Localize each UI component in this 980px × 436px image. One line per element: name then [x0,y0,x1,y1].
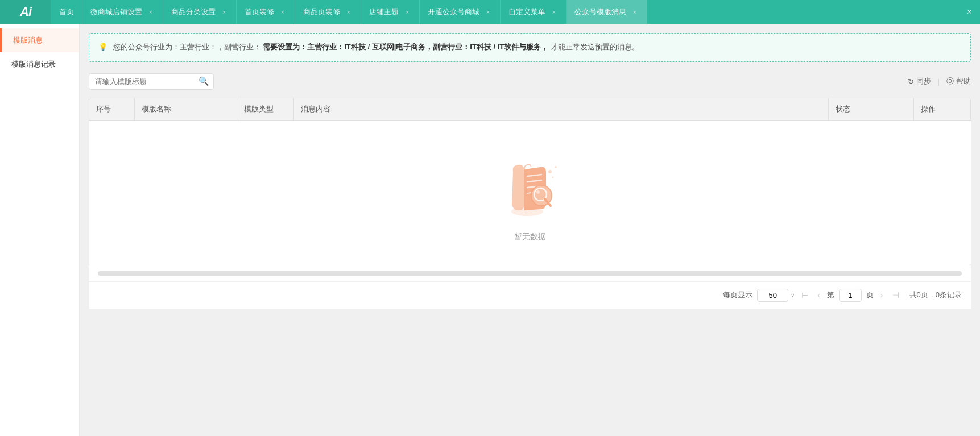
notice-highlight: 需要设置为：主营行业：IT科技 / 互联网|电子商务，副营行业：IT科技 / I… [263,43,548,51]
page-label: 第 [827,290,834,300]
data-table: 序号 模版名称 模版类型 消息内容 状态 操作 [89,98,971,265]
th-content: 消息内容 [294,98,829,120]
first-page-button[interactable]: ⊢ [799,289,811,301]
nav-tab-label: 商品分类设置 [171,7,216,17]
nav-tab-open-wechat-store[interactable]: 开通公众号商城× [420,0,501,24]
th-name: 模版名称 [135,98,237,120]
th-status: 状态 [829,98,914,120]
close-all-button[interactable]: × [959,0,980,24]
nav-tab-template-msg[interactable]: 公众号模版消息× [567,0,647,24]
nav-tab-label: 微商城店铺设置 [90,7,142,17]
search-input[interactable] [89,73,214,90]
nav-tabs: 首页微商城店铺设置×商品分类设置×首页装修×商品页装修×店铺主题×开通公众号商城… [51,0,959,24]
page-unit: 页 [866,290,874,300]
search-bar: 🔍 ↻ 同步 | ⓪ 帮助 [89,73,971,90]
nav-tab-product-page-decor[interactable]: 商品页装修× [295,0,361,24]
th-action: 操作 [914,98,971,120]
tab-close-button[interactable]: × [147,8,155,16]
search-input-wrap: 🔍 [89,73,214,90]
top-nav: Ai 首页微商城店铺设置×商品分类设置×首页装修×商品页装修×店铺主题×开通公众… [0,0,980,24]
search-icon: 🔍 [199,76,209,86]
tab-close-button[interactable]: × [345,8,353,16]
notice-box: 💡 您的公众号行业为：主营行业：，副营行业： 需要设置为：主营行业：IT科技 /… [89,33,971,62]
nav-tab-shop-settings[interactable]: 微商城店铺设置× [82,0,163,24]
nav-tab-label: 自定义菜单 [508,7,545,17]
help-icon: ⓪ [946,76,954,86]
refresh-icon: ↻ [908,77,914,86]
page-size-label: 每页显示 [723,290,752,300]
app-logo: Ai [0,0,51,24]
sidebar: 模版消息模版消息记录 [0,24,80,436]
prev-page-button[interactable]: ‹ [815,289,822,301]
sidebar-item-template-msg[interactable]: 模版消息 [0,28,79,52]
table-header-row: 序号 模版名称 模版类型 消息内容 状态 操作 [89,98,971,120]
nav-tab-label: 店铺主题 [369,7,399,17]
main-layout: 模版消息模版消息记录 💡 您的公众号行业为：主营行业：，副营行业： 需要设置为：… [0,24,980,436]
nav-tab-label: 首页 [59,7,74,17]
table-container: 序号 模版名称 模版类型 消息内容 状态 操作 [89,98,971,265]
svg-point-8 [536,190,540,194]
tab-close-button[interactable]: × [550,8,558,16]
svg-point-10 [555,166,557,168]
page-number-input[interactable] [839,289,862,302]
nav-tab-label: 首页装修 [245,7,274,17]
tab-close-button[interactable]: × [631,8,639,16]
th-seq: 序号 [89,98,135,120]
chevron-down-icon: ∨ [791,292,795,298]
empty-illustration [496,155,564,223]
sidebar-item-template-msg-records[interactable]: 模版消息记录 [0,52,79,76]
scrollbar-thumb[interactable] [98,271,962,276]
nav-tab-label: 开通公众号商城 [428,7,479,17]
notice-text2: 才能正常发送预置的消息。 [551,43,639,51]
help-label: 帮助 [956,76,971,86]
pagination: 每页显示 ∨ ⊢ ‹ 第 页 › ⊣ 共0页，0条记录 [89,281,971,309]
page-total: 共0页，0条记录 [909,290,962,300]
nav-tab-product-category[interactable]: 商品分类设置× [163,0,237,24]
main-content: 💡 您的公众号行业为：主营行业：，副营行业： 需要设置为：主营行业：IT科技 /… [80,24,980,436]
nav-tab-homepage-decor[interactable]: 首页装修× [237,0,295,24]
page-size-select: ∨ [757,289,795,302]
sync-label: 同步 [916,76,931,86]
nav-tab-label: 商品页装修 [303,7,340,17]
th-type: 模版类型 [237,98,294,120]
search-button[interactable]: 🔍 [199,76,209,86]
tab-close-button[interactable]: × [403,8,411,16]
svg-point-9 [548,170,552,173]
last-page-button[interactable]: ⊣ [890,289,902,301]
page-size-input[interactable] [757,289,788,302]
nav-tab-shop-theme[interactable]: 店铺主题× [361,0,420,24]
tab-close-button[interactable]: × [220,8,228,16]
tab-close-button[interactable]: × [279,8,287,16]
tab-close-button[interactable]: × [484,8,492,16]
empty-text: 暂无数据 [514,232,546,242]
nav-tab-label: 公众号模版消息 [574,7,626,17]
next-page-button[interactable]: › [878,289,886,301]
divider: | [938,77,940,86]
notice-text1: 您的公众号行业为：主营行业：，副营行业： [113,43,261,51]
nav-tab-custom-menu[interactable]: 自定义菜单× [501,0,567,24]
svg-point-11 [552,176,553,178]
horizontal-scrollbar[interactable] [89,265,971,281]
sync-button[interactable]: ↻ 同步 [908,76,931,86]
empty-state: 暂无数据 [89,121,971,265]
notice-icon: 💡 [98,43,107,51]
help-button[interactable]: ⓪ 帮助 [946,76,971,86]
nav-tab-home[interactable]: 首页 [51,0,82,24]
toolbar-right: ↻ 同步 | ⓪ 帮助 [908,76,971,86]
